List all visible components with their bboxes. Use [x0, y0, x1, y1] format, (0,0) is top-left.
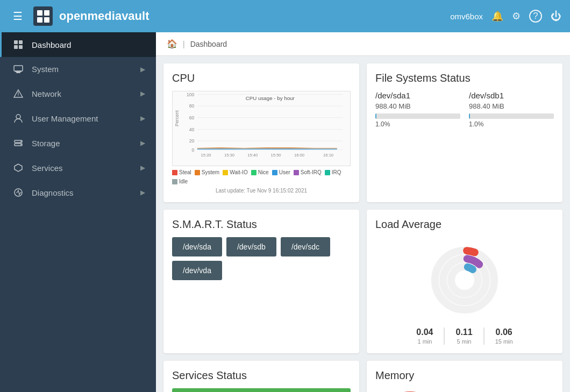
sidebar-label-diagnostics: Diagnostics [32, 188, 140, 197]
services-status-title: Services Status [172, 369, 351, 382]
smart-btn-sdc[interactable]: /dev/sdc [281, 237, 330, 256]
main-layout: Dashboard System ▶ Network ▶ User Manage… [0, 32, 570, 392]
load-average-title: Load Average [375, 218, 554, 231]
cpu-chart-legend: Steal System Wait-IO Nice User Soft-IRQ … [172, 169, 351, 194]
ssh-service-button[interactable]: SSH [172, 388, 351, 392]
storage-arrow-icon: ▶ [140, 139, 145, 147]
filesystem-item-sdb1: /dev/sdb1 988.40 MiB 1.0% [469, 91, 554, 128]
svg-text:CPU usage - by hour: CPU usage - by hour [246, 95, 295, 101]
main-content: 🏠 | Dashboard CPU [156, 32, 570, 392]
gear-icon[interactable]: ⚙ [512, 10, 521, 22]
bell-icon[interactable]: 🔔 [491, 10, 503, 22]
memory-layout: 1.94 GiB Total 275.59 MiB 14% 1.67 GiB 8… [375, 388, 554, 392]
dashboard-grid: CPU 100 80 60 40 [156, 56, 570, 392]
sidebar-item-network[interactable]: Network ▶ [0, 81, 156, 106]
svg-text:20: 20 [189, 138, 195, 144]
svg-rect-1 [19, 40, 23, 44]
svg-text:15:40: 15:40 [247, 153, 258, 158]
sidebar-label-system: System [32, 65, 140, 74]
fs-name-sda1: /dev/sda1 [375, 91, 460, 100]
hostname-label: omv6box [450, 12, 483, 21]
svg-rect-3 [19, 45, 23, 49]
diagnostics-arrow-icon: ▶ [140, 189, 145, 196]
memory-card-title: Memory [375, 369, 554, 382]
svg-point-9 [16, 115, 20, 119]
load-1min: 0.04 1 min [416, 327, 433, 345]
logo-icon [33, 6, 53, 26]
filesystems-card: File Systems Status /dev/sda1 988.40 MiB… [367, 63, 562, 202]
fs-size-sda1: 988.40 MiB [375, 102, 460, 110]
fs-bar-fill-sda1 [375, 113, 376, 119]
cpu-chart: 100 80 60 40 20 0 Percent CPU usage - by… [172, 91, 351, 166]
memory-card: Memory 1.94 GiB Total [367, 361, 562, 392]
fs-pct-sda1: 1.0% [375, 120, 460, 128]
header-left: ☰ openmediavault [9, 6, 149, 26]
load-1min-num: 0.04 [416, 327, 433, 337]
load-gauge-container: 0.04 1 min 0.11 5 min 0.06 15 min [375, 237, 554, 345]
load-15min: 0.06 15 min [495, 327, 513, 345]
breadcrumb-current: Dashboard [190, 40, 227, 48]
svg-text:16:00: 16:00 [294, 153, 304, 158]
load-separator-2 [483, 327, 484, 345]
network-arrow-icon: ▶ [140, 90, 145, 97]
sidebar-item-diagnostics[interactable]: Diagnostics ▶ [0, 180, 156, 205]
svg-text:0: 0 [192, 147, 195, 153]
home-icon[interactable]: 🏠 [167, 39, 177, 49]
load-15min-label: 15 min [495, 338, 513, 345]
network-icon [12, 89, 24, 98]
svg-point-12 [20, 141, 22, 142]
load-5min-label: 5 min [455, 338, 472, 345]
svg-text:60: 60 [189, 115, 195, 120]
fs-pct-sdb1: 1.0% [469, 120, 554, 128]
sidebar-item-user-management[interactable]: User Management ▶ [0, 106, 156, 131]
svg-text:15:30: 15:30 [224, 153, 234, 158]
fs-bar-sdb1 [469, 113, 554, 119]
load-average-card: Load Average [367, 210, 562, 353]
header-right: omv6box 🔔 ⚙ ? ⏻ [450, 10, 561, 23]
power-icon[interactable]: ⏻ [551, 10, 561, 23]
svg-rect-0 [14, 40, 18, 44]
sidebar-label-services: Services [32, 163, 140, 173]
sidebar-label-dashboard: Dashboard [32, 40, 145, 49]
svg-rect-5 [16, 72, 20, 73]
filesystem-item-sda1: /dev/sda1 988.40 MiB 1.0% [375, 91, 460, 128]
svg-text:40: 40 [189, 127, 195, 132]
smart-btn-sdb[interactable]: /dev/sdb [226, 237, 276, 256]
system-arrow-icon: ▶ [140, 66, 145, 73]
services-icon [12, 163, 24, 173]
sidebar-item-storage[interactable]: Storage ▶ [0, 131, 156, 155]
load-5min-num: 0.11 [455, 327, 472, 337]
services-status-card: Services Status SSH [163, 361, 359, 392]
svg-rect-4 [14, 66, 23, 71]
user-management-arrow-icon: ▶ [140, 115, 145, 122]
smart-btn-vda[interactable]: /dev/vda [172, 261, 222, 280]
svg-text:100: 100 [187, 92, 195, 97]
smart-card: S.M.A.R.T. Status /dev/sda /dev/sdb /dev… [163, 210, 359, 353]
load-values: 0.04 1 min 0.11 5 min 0.06 15 min [416, 327, 512, 345]
sidebar-label-network: Network [32, 89, 140, 98]
sidebar-item-dashboard[interactable]: Dashboard [0, 32, 156, 57]
svg-text:Percent: Percent [174, 110, 180, 126]
svg-marker-31 [197, 147, 337, 148]
dashboard-icon [12, 40, 24, 49]
sidebar-item-system[interactable]: System ▶ [0, 57, 156, 81]
cpu-card-title: CPU [172, 72, 351, 84]
svg-text:15:50: 15:50 [271, 153, 281, 158]
header: ☰ openmediavault omv6box 🔔 ⚙ ? ⏻ [0, 0, 570, 32]
cpu-card: CPU 100 80 60 40 [163, 63, 359, 202]
svg-text:15:20: 15:20 [201, 153, 211, 158]
sidebar-item-services[interactable]: Services ▶ [0, 155, 156, 180]
load-separator-1 [444, 327, 445, 345]
services-arrow-icon: ▶ [140, 164, 145, 172]
smart-card-title: S.M.A.R.T. Status [172, 218, 351, 231]
fs-bar-fill-sdb1 [469, 113, 470, 119]
sidebar-label-user-management: User Management [32, 114, 140, 123]
app-title: openmediavault [59, 9, 149, 23]
smart-btn-sda[interactable]: /dev/sda [172, 237, 222, 256]
hamburger-button[interactable]: ☰ [9, 8, 27, 25]
user-management-icon [12, 113, 24, 123]
filesystems-card-title: File Systems Status [375, 72, 554, 84]
fs-bar-sda1 [375, 113, 460, 119]
smart-device-buttons: /dev/sda /dev/sdb /dev/sdc /dev/vda [172, 237, 351, 280]
help-icon[interactable]: ? [529, 10, 542, 23]
